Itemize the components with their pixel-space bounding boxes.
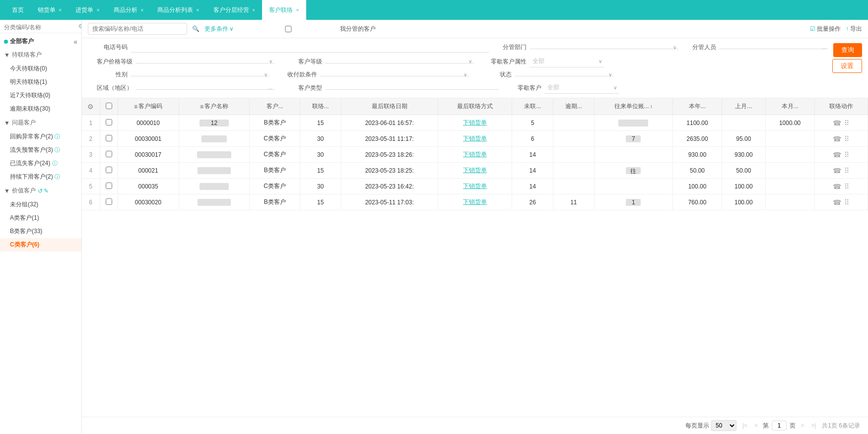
nav-sales[interactable]: 销货单 ×	[31, 0, 68, 20]
row-select-checkbox[interactable]	[106, 198, 112, 205]
customer-level-select[interactable]: ∨	[325, 60, 474, 63]
th-gear[interactable]: ⚙	[82, 98, 100, 115]
sidebar-all-customers[interactable]: 全部客户 «	[0, 33, 81, 48]
sidebar-search-input[interactable]	[4, 24, 78, 31]
more-action-icon[interactable]: ⠿	[844, 119, 849, 127]
sidebar-item-tomorrow[interactable]: 明天待联络(1)	[0, 75, 81, 89]
next-page-btn[interactable]: >	[799, 421, 806, 430]
close-sales-icon[interactable]: ×	[59, 7, 62, 13]
my-customers-checkbox-wrap[interactable]: 我分管的客户	[239, 25, 376, 33]
sidebar-item-7days[interactable]: 近7天待联络(0)	[0, 89, 81, 102]
row-last-method[interactable]: 下销货单	[438, 131, 512, 147]
gear-icon[interactable]: ⚙	[87, 103, 94, 111]
row-last-method[interactable]: 下销货单	[438, 147, 512, 163]
status-arrow: ∨	[608, 72, 612, 77]
close-customer-contact-icon[interactable]: ×	[296, 7, 299, 13]
status-select[interactable]: ∨	[515, 73, 614, 76]
row-last-method[interactable]: 下销货单	[438, 179, 512, 194]
close-purchase-icon[interactable]: ×	[96, 7, 99, 13]
close-customer-tier-icon[interactable]: ×	[252, 7, 255, 13]
gender-select[interactable]: ∨	[131, 73, 269, 76]
th-contact-days[interactable]: 联络...	[300, 98, 341, 115]
th-this-year[interactable]: 本年...	[672, 98, 722, 115]
select-all-checkbox[interactable]	[106, 103, 112, 109]
more-action-icon[interactable]: ⠿	[844, 183, 849, 190]
sidebar-item-today[interactable]: 今天待联络(0)	[0, 62, 81, 75]
close-product-analysis-icon[interactable]: ×	[140, 7, 143, 13]
query-btn[interactable]: 查询	[833, 43, 862, 57]
contact-icon[interactable]: ☎	[833, 135, 841, 143]
region-select[interactable]: …	[135, 86, 274, 90]
nav-customer-tier[interactable]: 客户分层经营 ×	[206, 0, 262, 20]
th-last-month[interactable]: 上月...	[722, 98, 765, 115]
phone-input[interactable]	[131, 42, 489, 53]
more-action-icon[interactable]: ⠿	[844, 167, 849, 175]
sidebar-item-warning[interactable]: 流失预警客户(3) ⓘ	[0, 143, 81, 157]
row-select-checkbox[interactable]	[106, 119, 112, 125]
th-last-method[interactable]: 最后联络方式	[438, 98, 512, 115]
sidebar-item-repurchase[interactable]: 回购异常客户(2) ⓘ	[0, 130, 81, 143]
payment-select[interactable]: ∨	[320, 73, 469, 76]
sidebar-item-classA[interactable]: A类客户(1)	[0, 211, 81, 225]
my-customers-checkbox[interactable]	[239, 26, 338, 32]
nav-customer-contact[interactable]: 客户联络 ×	[262, 0, 306, 20]
prev-page-btn[interactable]: <	[752, 421, 760, 430]
dept-select[interactable]: ∨	[530, 46, 678, 49]
manager-select[interactable]: …	[719, 46, 828, 49]
th-overdue[interactable]: 逾期...	[553, 98, 595, 115]
last-page-btn[interactable]: >|	[809, 421, 818, 430]
nav-product-list[interactable]: 商品分析列表 ×	[150, 0, 206, 20]
more-action-icon[interactable]: ⠿	[844, 198, 849, 206]
search-input[interactable]	[88, 23, 187, 35]
close-product-list-icon[interactable]: ×	[196, 7, 199, 13]
th-account[interactable]: 往来单位账...↕	[594, 98, 672, 115]
sidebar-item-lost[interactable]: 已流失客户(24) ⓘ	[0, 157, 81, 170]
customer-type-select[interactable]	[325, 86, 499, 90]
th-unlinked[interactable]: 未联...	[512, 98, 553, 115]
sidebar-item-overdue[interactable]: 逾期未联络(30)	[0, 102, 81, 116]
main-layout: 🔍 全部客户 « ▼ 待联络客户 今天待联络(0) 明天待联络(1) 近7天待联…	[0, 20, 868, 434]
retail-customer-select[interactable]: 全部 ∨	[544, 82, 619, 94]
batch-op-btn[interactable]: ☑ 批量操作	[810, 25, 841, 33]
nav-purchase[interactable]: 进货单 ×	[68, 0, 106, 20]
first-page-btn[interactable]: |<	[740, 421, 749, 430]
th-code[interactable]: ≡客户编码	[118, 98, 179, 115]
filter-more-btn[interactable]: 更多条件 ∨	[204, 25, 234, 33]
more-action-icon[interactable]: ⠿	[844, 135, 849, 143]
contact-icon[interactable]: ☎	[833, 183, 841, 190]
th-last-date[interactable]: 最后联络日期	[341, 98, 438, 115]
section-problem-customers[interactable]: ▼ 问题客户	[0, 116, 81, 130]
sidebar-item-classB[interactable]: B类客户(33)	[0, 225, 81, 238]
sidebar-collapse-icon[interactable]: «	[73, 38, 77, 46]
export-btn[interactable]: ↑ 导出	[846, 25, 862, 33]
nav-product-analysis[interactable]: 商品分析 ×	[107, 0, 150, 20]
row-last-method[interactable]: 下销货单	[438, 115, 512, 131]
row-select-checkbox[interactable]	[106, 183, 112, 189]
section-pending-contact[interactable]: ▼ 待联络客户	[0, 48, 81, 62]
contact-icon[interactable]: ☎	[833, 119, 841, 127]
sidebar-search-icon[interactable]: 🔍	[78, 24, 82, 31]
sidebar-item-classC[interactable]: C类客户(6)	[0, 238, 81, 251]
row-last-method[interactable]: 下销货单	[438, 194, 512, 210]
contact-icon[interactable]: ☎	[833, 198, 841, 206]
contact-icon[interactable]: ☎	[833, 151, 841, 159]
row-last-method[interactable]: 下销货单	[438, 163, 512, 179]
sidebar-item-ungrouped[interactable]: 未分组(32)	[0, 198, 81, 211]
nav-home[interactable]: 首页	[5, 0, 31, 20]
th-this-month[interactable]: 本月...	[765, 98, 814, 115]
price-level-select[interactable]: ∨	[135, 60, 274, 63]
th-customer-type[interactable]: 客户...	[250, 98, 300, 115]
row-select-checkbox[interactable]	[106, 167, 112, 173]
contact-icon[interactable]: ☎	[833, 167, 841, 175]
sidebar-item-declining[interactable]: 持续下滑客户(2) ⓘ	[0, 170, 81, 184]
row-select-checkbox[interactable]	[106, 135, 112, 141]
retail-attr-select[interactable]: 全部 ∨	[530, 56, 604, 67]
section-value-customers[interactable]: ▼ 价值客户 ↺ ✎	[0, 184, 81, 198]
more-action-icon[interactable]: ⠿	[844, 151, 849, 159]
page-size-select[interactable]: 50 100 200	[711, 420, 736, 431]
page-input[interactable]	[772, 421, 787, 431]
filter-search-icon[interactable]: 🔍	[192, 25, 200, 32]
row-select-checkbox[interactable]	[106, 151, 112, 157]
settings-btn[interactable]: 设置	[832, 59, 862, 73]
th-name[interactable]: ≡客户名称	[179, 98, 250, 115]
